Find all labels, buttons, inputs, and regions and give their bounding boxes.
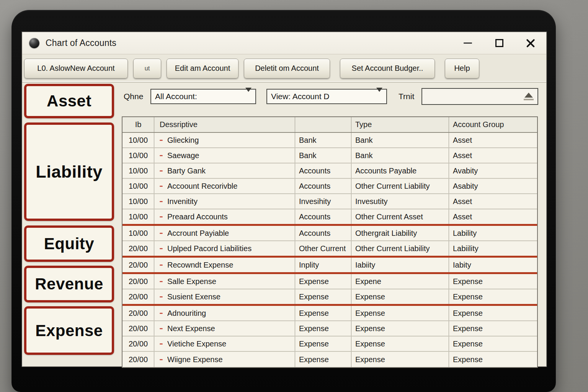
cell-subtype: Expense: [295, 336, 351, 351]
window-controls: [462, 38, 536, 49]
cell-description: Susient Exense: [154, 289, 295, 304]
minimize-button[interactable]: [462, 38, 474, 49]
table-row[interactable]: 10/00Accoount RecorivbleAccountsOther Cu…: [122, 179, 537, 194]
close-icon: [526, 38, 536, 48]
table-row[interactable]: 10/00Accrount PayiableAccountsOthergrait…: [122, 226, 537, 241]
column-header-blank[interactable]: [295, 117, 351, 132]
table-row[interactable]: 20/00Wiigne ExpenseExpenseExpenseExpense: [122, 352, 537, 367]
accounts-dropdown-value: All Account:: [155, 92, 197, 101]
table-row[interactable]: 20/00Salle ExpenseExpenseExpeneExpense: [122, 274, 537, 289]
cell-group: Avabity: [449, 163, 537, 178]
cell-subtype: Inplity: [295, 258, 351, 272]
cell-type: Iabiity: [351, 258, 449, 272]
cell-id: 20/00: [122, 241, 154, 256]
table-row[interactable]: 10/00Preaard AccountsAccountsOther Curre…: [122, 209, 537, 226]
maximize-button[interactable]: [493, 38, 505, 49]
view-dropdown[interactable]: View: Account D: [266, 89, 387, 104]
table-row[interactable]: 20/00Vietiche ExpenseExpenseExpenseExpen…: [122, 336, 537, 352]
category-box-equity[interactable]: Equity: [24, 225, 114, 262]
cell-id: 20/00: [122, 352, 154, 367]
description-text: Uplped Pacord Liabilities: [167, 244, 252, 253]
table-row[interactable]: 20/00Next ExpenseExpenseExpenseExpense: [122, 321, 537, 336]
row-marker-icon: [160, 140, 163, 141]
cell-description: Wiigne Expense: [154, 352, 295, 367]
table-row[interactable]: 10/00Barty GankAccountsAccounts PayableA…: [122, 163, 537, 179]
cell-group: Expense: [449, 289, 537, 304]
cell-subtype: Accounts: [295, 163, 351, 178]
spinner-up-button[interactable]: [524, 93, 534, 100]
cell-group: Iabity: [449, 258, 537, 272]
delete-account-button[interactable]: Deletit om Account: [244, 59, 330, 78]
cell-group: Labiility: [449, 241, 537, 256]
column-header-type[interactable]: Type: [351, 117, 449, 132]
row-marker-icon: [160, 313, 163, 314]
maximize-icon: [495, 39, 503, 47]
cell-id: 20/00: [122, 274, 154, 289]
category-sidebar: AssetLiabilityEquityRevenueExpense: [24, 32, 117, 366]
cell-subtype: Accounts: [295, 179, 351, 193]
filter-right-label: Trnit: [399, 92, 414, 101]
table-row[interactable]: 20/00Uplped Pacord LiabilitiesOther Curr…: [122, 241, 537, 258]
cell-description: Invenitity: [154, 194, 295, 209]
set-account-budget-button[interactable]: Set Account Budger..: [340, 59, 435, 78]
cell-type: Other Current Asset: [351, 209, 449, 224]
description-text: Accrount Payiable: [167, 229, 229, 238]
row-marker-icon: [160, 233, 163, 234]
cell-group: Expense: [449, 306, 537, 320]
column-header-ib[interactable]: Ib: [122, 117, 154, 132]
cell-subtype: Bank: [295, 133, 351, 147]
cell-description: Uplped Pacord Liabilities: [154, 241, 295, 256]
chevron-down-icon: [245, 92, 252, 101]
category-box-expense[interactable]: Expense: [24, 306, 114, 355]
table-row[interactable]: 10/00InvenitityInvesihityInvesutityAsset: [122, 194, 537, 209]
cell-type: Bank: [351, 133, 449, 147]
category-box-liability[interactable]: Liability: [24, 122, 114, 221]
cell-group: Expense: [449, 321, 537, 336]
accounts-dropdown[interactable]: All Account:: [150, 89, 256, 104]
cell-subtype: Invesihity: [295, 194, 351, 209]
row-marker-icon: [160, 343, 163, 345]
cell-type: Expense: [351, 289, 449, 304]
cell-id: 10/00: [122, 163, 154, 178]
category-box-revenue[interactable]: Revenue: [24, 266, 114, 302]
cell-type: Expense: [351, 352, 449, 367]
cell-type: Othergrait Liability: [351, 226, 449, 240]
cell-id: 10/00: [122, 179, 154, 193]
list-small-button[interactable]: ut: [133, 59, 161, 78]
cell-id: 20/00: [122, 336, 154, 351]
spin-input[interactable]: [425, 90, 521, 103]
cell-type: Expense: [351, 306, 449, 320]
description-text: Gliecking: [167, 136, 199, 145]
cell-group: Expense: [449, 274, 537, 289]
row-marker-icon: [160, 186, 163, 187]
cell-subtype: Expense: [295, 306, 351, 320]
cell-type: Expense: [351, 321, 449, 336]
row-marker-icon: [160, 328, 163, 329]
cell-id: 20/00: [122, 306, 154, 320]
table-row[interactable]: 20/00AdnouritingExpenseExpenseExpense: [122, 306, 537, 321]
description-text: Vietiche Expense: [167, 340, 226, 348]
close-button[interactable]: [525, 38, 536, 49]
description-text: Saewage: [167, 151, 199, 160]
table-row[interactable]: 20/00Susient ExenseExpenseExpenseExpense: [122, 289, 537, 306]
column-header-account-group[interactable]: Account Group: [449, 117, 537, 132]
row-marker-icon: [160, 359, 163, 360]
cell-subtype: Expense: [295, 352, 351, 367]
column-header-dessriptive[interactable]: Dessriptive: [154, 117, 295, 132]
cell-subtype: Accounts: [295, 209, 351, 224]
description-text: Adnouriting: [167, 309, 206, 318]
chevron-down-icon: [376, 92, 382, 101]
cell-type: Expense: [351, 336, 449, 351]
edit-account-button[interactable]: Edit am Account: [167, 59, 238, 78]
cell-type: Other Current Liability: [351, 179, 449, 193]
help-button[interactable]: Help: [445, 59, 479, 78]
spinner-up-icon: [524, 93, 533, 98]
table-row[interactable]: 20/00Recowndt ExpenseInplityIabiityIabit…: [122, 258, 537, 274]
row-marker-icon: [160, 281, 163, 282]
category-box-asset[interactable]: Asset: [24, 84, 114, 118]
table-row[interactable]: 10/00GlieckingBankBankAsset: [122, 133, 537, 148]
cell-subtype: Expense: [295, 274, 351, 289]
table-row[interactable]: 10/00SaewageBankBankAsset: [122, 148, 537, 163]
cell-subtype: Expense: [295, 289, 351, 304]
cell-type: Bank: [351, 148, 449, 163]
